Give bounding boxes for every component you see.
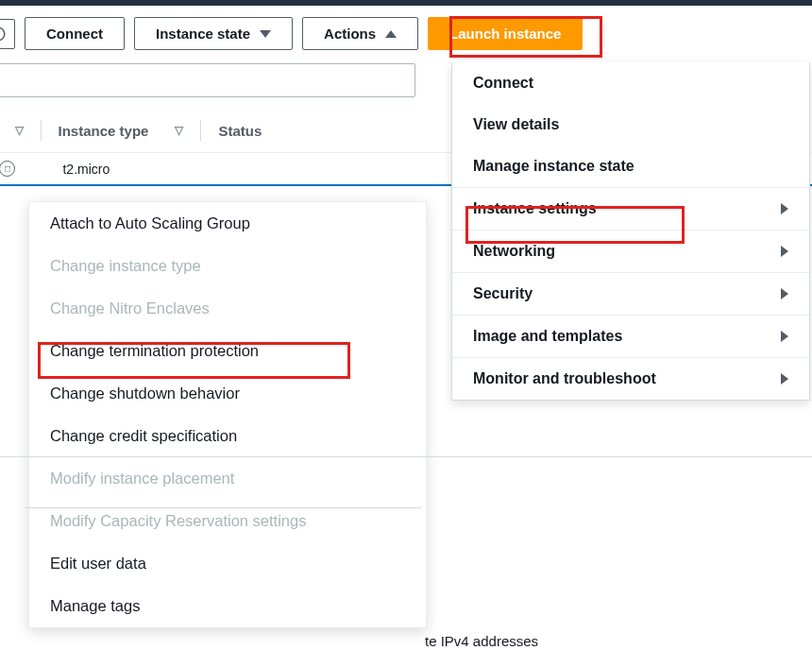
chevron-right-icon	[781, 203, 788, 214]
row-action-icons: › □	[0, 161, 15, 177]
sort-icon: ▽	[175, 124, 183, 137]
instance-state-label: Instance state	[156, 26, 250, 42]
launch-label: Launch instance	[449, 26, 561, 42]
column-separator	[41, 120, 42, 141]
column-type[interactable]: Instance type ▽	[59, 123, 184, 139]
submenu-item-modify-instance-placement: Modify instance placement	[29, 457, 426, 500]
actions-item-image-and-templates[interactable]: Image and templates	[452, 315, 809, 357]
search-input[interactable]	[0, 63, 415, 97]
actions-item-monitor-and-troubleshoot[interactable]: Monitor and troubleshoot	[452, 357, 809, 400]
chevron-right-icon	[781, 331, 788, 342]
refresh-button[interactable]	[0, 19, 15, 49]
actions-item-label: Security	[473, 285, 533, 302]
actions-item-label: Networking	[473, 243, 555, 260]
ipv4-label-fragment: te IPv4 addresses	[425, 633, 538, 649]
actions-item-label: Manage instance state	[473, 158, 634, 175]
toolbar: Connect Instance state Actions Launch in…	[0, 6, 812, 61]
submenu-item-modify-capacity-reservation-settings: Modify Capacity Reservation settings	[29, 500, 426, 542]
actions-item-security[interactable]: Security	[452, 272, 809, 315]
refresh-icon	[0, 26, 7, 43]
column-separator	[200, 120, 201, 141]
actions-label: Actions	[324, 26, 376, 42]
submenu-item-change-nitro-enclaves: Change Nitro Enclaves	[29, 287, 426, 330]
submenu-item-change-instance-type: Change instance type	[29, 245, 426, 287]
actions-item-label: Image and templates	[473, 328, 622, 345]
actions-button[interactable]: Actions	[302, 17, 418, 50]
actions-item-view-details[interactable]: View details	[452, 104, 809, 145]
actions-item-label: View details	[473, 116, 559, 133]
actions-item-label: Connect	[473, 75, 533, 92]
actions-item-manage-instance-state[interactable]: Manage instance state	[452, 145, 809, 187]
launch-instance-button[interactable]: Launch instance	[428, 17, 583, 50]
actions-item-connect[interactable]: Connect	[452, 62, 809, 104]
column-state[interactable]: e state ▽	[0, 123, 24, 139]
column-type-label: Instance type	[59, 123, 149, 139]
chevron-up-icon	[385, 30, 397, 38]
connect-button[interactable]: Connect	[25, 17, 125, 50]
column-status-label: Status	[218, 123, 262, 139]
instance-settings-submenu: Attach to Auto Scaling GroupChange insta…	[28, 201, 427, 628]
submenu-item-attach-to-auto-scaling-group[interactable]: Attach to Auto Scaling Group	[29, 202, 426, 245]
connect-label: Connect	[46, 26, 103, 42]
submenu-item-manage-tags[interactable]: Manage tags	[29, 585, 426, 627]
actions-item-networking[interactable]: Networking	[452, 230, 809, 272]
actions-item-label: Instance settings	[473, 200, 597, 217]
submenu-item-edit-user-data[interactable]: Edit user data	[29, 542, 426, 585]
column-status[interactable]: Status	[218, 123, 262, 139]
sort-icon: ▽	[15, 124, 24, 137]
actions-item-label: Monitor and troubleshoot	[473, 370, 656, 387]
chevron-right-icon	[781, 246, 788, 257]
stop-icon[interactable]: □	[0, 161, 15, 177]
instance-state-button[interactable]: Instance state	[134, 17, 293, 50]
actions-dropdown: ConnectView detailsManage instance state…	[451, 62, 810, 401]
submenu-item-change-credit-specification[interactable]: Change credit specification	[29, 415, 426, 457]
chevron-right-icon	[781, 373, 788, 385]
submenu-item-change-shutdown-behavior[interactable]: Change shutdown behavior	[29, 372, 426, 415]
chevron-right-icon	[781, 288, 788, 299]
actions-item-instance-settings[interactable]: Instance settings	[452, 187, 809, 230]
instance-type-value: t2.micro	[62, 162, 110, 177]
panel-divider	[0, 456, 812, 457]
chevron-down-icon	[260, 30, 271, 38]
submenu-item-change-termination-protection[interactable]: Change termination protection	[29, 330, 426, 372]
panel-divider-2	[25, 507, 421, 508]
